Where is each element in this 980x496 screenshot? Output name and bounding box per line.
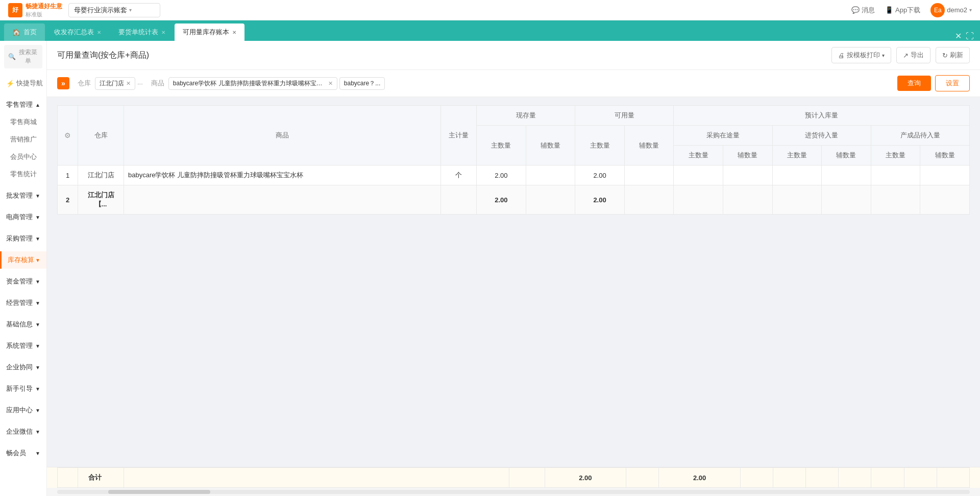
chevron-icon: ▼	[35, 300, 40, 306]
cell-warehouse-1: 江北门店【...	[78, 185, 124, 215]
warehouse-label: 仓库	[78, 79, 91, 88]
tab-order-close[interactable]: ✕	[161, 30, 165, 35]
chevron-down-icon: ▾	[882, 53, 885, 58]
warehouse-tag-0: 江北门店 ✕	[95, 77, 135, 90]
sidebar-newbie-header[interactable]: 新手引导 ▼	[0, 380, 46, 397]
summary-available-aux	[740, 468, 773, 488]
app-download-btn[interactable]: 📱 App下载	[885, 6, 920, 15]
chevron-icon: ▼	[35, 365, 40, 370]
sidebar-basic-header[interactable]: 基础信息 ▼	[0, 316, 46, 333]
scroll-thumb[interactable]	[108, 490, 210, 494]
logo-area: 好 畅捷通好生意 标准版	[8, 2, 62, 18]
industry-select[interactable]: 母婴行业演示账套 ▾	[68, 3, 160, 17]
chevron-icon: ▼	[35, 343, 40, 349]
sidebar-item-quick-nav[interactable]: ⚡ 快捷导航	[0, 75, 46, 92]
search-menu-btn[interactable]: 🔍 搜索菜单	[4, 45, 42, 68]
th-product: 商品	[124, 106, 441, 166]
cell-product-1	[124, 185, 441, 215]
user-menu[interactable]: Ea demo2 ▾	[930, 3, 972, 17]
filter-area: » 仓库 江北门店 ✕ ··· 商品 babycare学饮杯 儿童防摔防撞吸管杯…	[47, 70, 980, 97]
sidebar-item-retail-mall[interactable]: 零售商城	[0, 113, 46, 131]
sidebar-inventory-header[interactable]: 库存核算 ▼	[0, 251, 46, 269]
sidebar-wholesale-header[interactable]: 批发管理 ▼	[0, 187, 46, 204]
filter-more-warehouse[interactable]: ···	[137, 80, 143, 87]
th-current-aux: 辅数量	[526, 126, 575, 166]
cell-unit-1	[441, 185, 477, 215]
th-production-group: 产成品待入量	[871, 126, 969, 146]
sidebar-enterprise-header[interactable]: 企业协同 ▼	[0, 359, 46, 376]
top-bar-right: 💬 消息 📱 App下载 Ea demo2 ▾	[851, 3, 972, 17]
tab-bar-right: ✕ ⛶	[949, 31, 980, 41]
message-btn[interactable]: 💬 消息	[851, 6, 875, 15]
sidebar-item-marketing[interactable]: 营销推广	[0, 131, 46, 148]
th-planned-group: 预计入库量	[674, 106, 970, 126]
chevron-icon: ▼	[35, 322, 40, 327]
sidebar-retail-header[interactable]: 零售管理 ▲	[0, 96, 46, 113]
tab-stock-close[interactable]: ✕	[232, 30, 236, 35]
phone-icon: 📱	[885, 6, 893, 14]
print-btn[interactable]: 🖨 按模板打印 ▾	[831, 47, 891, 63]
sidebar-operation-header[interactable]: 经营管理 ▼	[0, 294, 46, 312]
th-production-main: 主数量	[871, 146, 920, 166]
scroll-area	[47, 488, 980, 496]
summary-purchase-aux	[806, 468, 839, 488]
scroll-track[interactable]	[57, 490, 970, 494]
cell-current-aux-0	[526, 166, 575, 185]
cell-available-main-1: 2.00	[575, 185, 625, 215]
summary-purchase-main	[773, 468, 806, 488]
cell-index-1: 2	[58, 185, 78, 215]
product-tag-close-0[interactable]: ✕	[328, 80, 333, 87]
fullscreen-icon[interactable]: ⛶	[966, 32, 974, 41]
sidebar-nav: ⚡ 快捷导航	[0, 73, 46, 94]
page-actions: 🖨 按模板打印 ▾ ↗ 导出 ↻ 刷新	[831, 47, 970, 63]
sidebar-purchase-header[interactable]: 采购管理 ▼	[0, 230, 46, 247]
tab-stock[interactable]: 可用量库存账本 ✕	[175, 23, 244, 41]
content-area: 可用量查询(按仓库+商品) 🖨 按模板打印 ▾ ↗ 导出 ↻ 刷新 »	[47, 41, 980, 496]
sidebar-section-system: 系统管理 ▼	[0, 335, 46, 357]
tab-cashflow[interactable]: 收发存汇总表 ✕	[46, 23, 109, 41]
sidebar-wechat-header[interactable]: 企业微信 ▼	[0, 423, 46, 440]
setting-btn[interactable]: 设置	[935, 75, 970, 91]
th-incoming-group: 进货待入量	[772, 126, 871, 146]
table-row: 2 江北门店【... 2.00 2.00	[58, 185, 970, 215]
cell-production-aux-0	[920, 166, 970, 185]
summary-unit-spacer	[509, 468, 545, 488]
gear-icon[interactable]: ⚙	[64, 131, 71, 139]
sidebar-finance-header[interactable]: 资金管理 ▼	[0, 273, 46, 290]
chevron-icon: ▼	[35, 257, 40, 263]
sidebar-section-retail: 零售管理 ▲ 零售商城 营销推广 会员中心 零售统计	[0, 94, 46, 185]
product-tag-1: babycare？...	[339, 77, 385, 90]
cell-available-main-0: 2.00	[575, 166, 625, 185]
warehouse-tag-close-0[interactable]: ✕	[126, 80, 131, 87]
chevron-down-icon: ▾	[969, 7, 972, 13]
cell-production-aux-1	[920, 185, 970, 215]
filter-actions: 查询 设置	[897, 75, 970, 91]
tab-cashflow-close[interactable]: ✕	[97, 30, 101, 35]
export-btn[interactable]: ↗ 导出	[896, 47, 930, 63]
export-icon: ↗	[903, 52, 909, 59]
cell-unit-0: 个	[441, 166, 477, 185]
chevron-icon: ▼	[35, 193, 40, 199]
tab-bar: 🏠 首页 收发存汇总表 ✕ 要货单统计表 ✕ 可用量库存账本 ✕ ✕ ⛶	[0, 20, 980, 41]
sidebar-section-member: 畅会员 ▼	[0, 442, 46, 464]
sidebar-section-operation: 经营管理 ▼	[0, 292, 46, 314]
chevron-icon: ▼	[35, 429, 40, 435]
sidebar-ecommerce-header[interactable]: 电商管理 ▼	[0, 208, 46, 226]
warehouse-tags: 江北门店 ✕ ···	[95, 77, 143, 90]
summary-incoming-aux	[871, 468, 904, 488]
sidebar-item-retail-stats[interactable]: 零售统计	[0, 166, 46, 183]
sidebar-item-member-center[interactable]: 会员中心	[0, 148, 46, 166]
sidebar-member-header[interactable]: 畅会员 ▼	[0, 444, 46, 462]
chevron-down-icon: ▾	[129, 7, 132, 13]
sidebar-system-header[interactable]: 系统管理 ▼	[0, 337, 46, 355]
cell-available-aux-1	[624, 185, 674, 215]
summary-table: 合计 2.00 2.00	[57, 467, 970, 488]
sidebar-app-center-header[interactable]: 应用中心 ▼	[0, 401, 46, 419]
tab-home[interactable]: 🏠 首页	[4, 23, 45, 41]
tab-order[interactable]: 要货单统计表 ✕	[110, 23, 174, 41]
query-btn[interactable]: 查询	[897, 76, 931, 91]
cell-index-0: 1	[58, 166, 78, 185]
filter-toggle-btn[interactable]: »	[57, 77, 69, 89]
close-icon[interactable]: ✕	[955, 31, 962, 41]
refresh-btn[interactable]: ↻ 刷新	[936, 47, 970, 63]
